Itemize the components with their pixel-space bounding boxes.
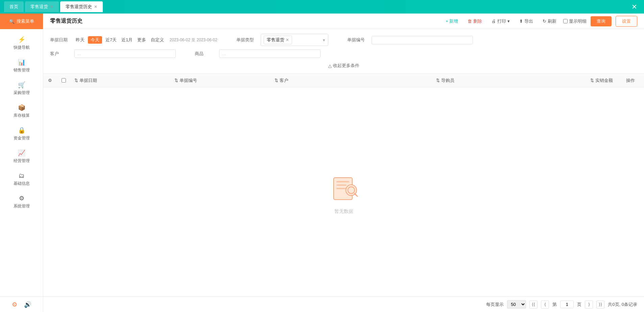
print-dropdown-icon: ▾ <box>507 19 510 24</box>
export-button[interactable]: ⬆ 导出 <box>517 17 536 26</box>
new-button[interactable]: + 新增 <box>443 17 461 26</box>
th-guide-label: 导购员 <box>441 77 454 84</box>
collapse-area: △ 收起更多条件 <box>50 61 637 69</box>
doc-type-dropdown-icon: ▾ <box>323 38 325 43</box>
next-page-button[interactable]: ⟩ <box>585 300 593 309</box>
tab-home[interactable]: 首页 <box>4 1 24 12</box>
th-checkbox[interactable] <box>57 75 70 86</box>
window-close-button[interactable]: ✕ <box>629 1 640 12</box>
last-page-button[interactable]: ⟩⟩ <box>596 300 604 309</box>
collapse-label: 收起更多条件 <box>333 63 359 69</box>
sidebar-item-operations[interactable]: 📈 经营管理 <box>0 145 43 168</box>
pagination: 每页显示 50 10 20 100 ⟨⟨ ⟨ 第 页 ⟩ ⟩⟩ 共0页, 0条记… <box>43 296 644 312</box>
display-detail-input[interactable] <box>563 19 568 23</box>
th-date-label: 单据日期 <box>79 77 97 84</box>
table-header: ⚙ ⇅ 单据日期 ⇅ 单据编号 ⇅ 客户 ⇅ <box>43 74 644 87</box>
empty-illustration <box>327 169 361 203</box>
doc-type-remove[interactable]: ✕ <box>286 38 289 42</box>
collapse-icon: △ <box>328 63 332 68</box>
query-button[interactable]: 查询 <box>591 16 612 26</box>
page-size-select[interactable]: 50 10 20 100 <box>507 300 526 309</box>
customer-select[interactable]: ... <box>74 49 176 58</box>
th-amount: ⇅ 实销金额 <box>532 74 617 87</box>
settings-button[interactable]: 设置 <box>616 16 637 27</box>
th-customer: ⇅ 客户 <box>270 74 432 87</box>
date-filter-label: 单据日期 <box>50 37 69 43</box>
quick-nav-icon: ⚡ <box>18 36 25 43</box>
page-header: 零售退货历史 + 新增 🗑 删除 🖨 打印 ▾ ⬆ 导出 ↻ 刷新 <box>43 14 644 29</box>
sidebar-item-inventory-label: 库存核算 <box>14 113 30 118</box>
sidebar-item-sales-mgmt[interactable]: 📊 销售管理 <box>0 54 43 77</box>
tab-bar: 首页 零售退货 ✕ 零售退货历史 ✕ <box>4 1 629 12</box>
tab-home-label: 首页 <box>9 4 18 10</box>
doc-no-input[interactable] <box>372 36 473 44</box>
basic-info-icon: 🗂 <box>18 172 25 179</box>
sort-customer-icon[interactable]: ⇅ <box>275 78 278 83</box>
empty-text: 暂无数据 <box>334 208 353 215</box>
prev-page-button[interactable]: ⟨ <box>541 300 549 309</box>
doc-type-tag: 零售退货 ✕ <box>264 36 292 44</box>
tab-retail-return[interactable]: 零售退货 ✕ <box>25 1 59 12</box>
page-number-input[interactable] <box>560 300 574 308</box>
sidebar-audio-icon[interactable]: 🔊 <box>24 301 31 308</box>
sidebar-search[interactable]: 🔍 搜索菜单 <box>0 14 43 29</box>
go-page-label: 第 <box>552 302 557 308</box>
operations-icon: 📈 <box>18 149 25 157</box>
date-1month[interactable]: 近1月 <box>120 36 134 44</box>
first-page-button[interactable]: ⟨⟨ <box>529 300 538 309</box>
search-icon: 🔍 <box>9 19 15 24</box>
th-settings[interactable]: ⚙ <box>43 74 57 86</box>
sort-guide-icon[interactable]: ⇅ <box>436 78 440 83</box>
content-area: 零售退货历史 + 新增 🗑 删除 🖨 打印 ▾ ⬆ 导出 ↻ 刷新 <box>43 14 644 312</box>
top-bar-right: ✕ <box>629 1 640 12</box>
doc-type-select[interactable]: 零售退货 ✕ ▾ <box>261 34 328 46</box>
main-layout: 🔍 搜索菜单 ⚡ 快捷导航 📊 销售管理 🛒 采购管理 📦 库存核算 🔒 <box>0 14 644 312</box>
goods-select[interactable]: ... <box>219 49 320 58</box>
sidebar-item-inventory[interactable]: 📦 库存核算 <box>0 100 43 122</box>
sales-mgmt-icon: 📊 <box>18 59 25 66</box>
sidebar-item-system-mgmt[interactable]: ⚙ 系统管理 <box>0 191 43 213</box>
date-yesterday[interactable]: 昨天 <box>74 36 86 44</box>
display-detail-label: 显示明细 <box>569 18 587 24</box>
export-label: 导出 <box>524 18 533 24</box>
sort-no-icon[interactable]: ⇅ <box>174 78 178 83</box>
sidebar-item-purchase-mgmt[interactable]: 🛒 采购管理 <box>0 77 43 100</box>
sort-date-icon[interactable]: ⇅ <box>74 78 78 83</box>
tab-retail-return-history-close[interactable]: ✕ <box>94 4 97 9</box>
collapse-button[interactable]: △ 收起更多条件 <box>328 63 359 69</box>
sidebar-item-quick-nav[interactable]: ⚡ 快捷导航 <box>0 32 43 54</box>
filter-row-1: 单据日期 昨天 今天 近7天 近1月 更多 自定义 2023-06-02 至 2… <box>50 34 637 46</box>
select-all-checkbox[interactable] <box>62 78 66 83</box>
filter-row-2: 客户 ... 商品 ... <box>50 49 637 58</box>
sidebar-item-operations-label: 经营管理 <box>14 158 30 164</box>
refresh-label: 刷新 <box>548 18 556 24</box>
tab-retail-return-history-label: 零售退货历史 <box>66 4 92 10</box>
sidebar-settings-icon[interactable]: ⚙ <box>12 301 17 308</box>
date-today[interactable]: 今天 <box>88 36 102 44</box>
sidebar-item-quick-nav-label: 快捷导航 <box>14 45 30 50</box>
date-7days[interactable]: 近7天 <box>104 36 118 44</box>
date-range-display: 2023-06-02 至 2023-06-02 <box>169 37 217 43</box>
sidebar-item-basic-info[interactable]: 🗂 基础信息 <box>0 168 43 191</box>
th-amount-label: 实销金额 <box>595 77 613 84</box>
sidebar-bottom: ⚙ 🔊 <box>0 296 43 312</box>
page-title: 零售退货历史 <box>50 18 82 25</box>
doc-type-tag-label: 零售退货 <box>267 37 284 43</box>
sort-amount-icon[interactable]: ⇅ <box>590 78 594 83</box>
display-detail-checkbox[interactable]: 显示明细 <box>563 18 587 24</box>
purchase-mgmt-icon: 🛒 <box>18 81 25 89</box>
print-button[interactable]: 🖨 打印 ▾ <box>489 17 512 26</box>
delete-button[interactable]: 🗑 删除 <box>465 17 485 26</box>
doc-type-filter-label: 单据类型 <box>236 37 255 43</box>
page-size-label: 每页显示 <box>486 302 504 308</box>
sidebar-item-finance[interactable]: 🔒 资金管理 <box>0 122 43 145</box>
refresh-button[interactable]: ↻ 刷新 <box>540 17 559 26</box>
date-custom[interactable]: 自定义 <box>149 36 165 44</box>
doc-no-filter-label: 单据编号 <box>347 37 366 43</box>
sidebar: 🔍 搜索菜单 ⚡ 快捷导航 📊 销售管理 🛒 采购管理 📦 库存核算 🔒 <box>0 14 43 312</box>
date-more[interactable]: 更多 <box>136 36 147 44</box>
sidebar-item-finance-label: 资金管理 <box>14 135 30 141</box>
svg-rect-2 <box>336 184 347 186</box>
tab-retail-return-close[interactable]: ✕ <box>50 4 53 9</box>
tab-retail-return-history[interactable]: 零售退货历史 ✕ <box>60 1 103 12</box>
